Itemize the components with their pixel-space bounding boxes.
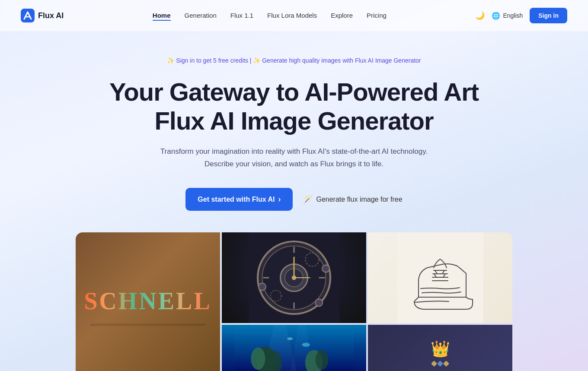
clock-svg bbox=[222, 232, 366, 323]
sketch-svg bbox=[368, 232, 512, 323]
nav-item-lora[interactable]: Flux Lora Models bbox=[267, 12, 317, 19]
cta-primary-button[interactable]: Get started with Flux AI › bbox=[185, 188, 293, 211]
svg-point-22 bbox=[251, 348, 265, 370]
cta-secondary-button[interactable]: 🪄 Generate flux image for free bbox=[303, 195, 402, 204]
globe-icon: 🌐 bbox=[492, 12, 500, 20]
food-text-word: SCHNELL bbox=[84, 287, 212, 315]
image-food-text: SCHNELL bbox=[76, 232, 220, 371]
nav-right: 🌙 🌐 English Sign in bbox=[475, 8, 567, 23]
cta-primary-label: Get started with Flux AI bbox=[198, 196, 275, 203]
brand-name: Flux AI bbox=[38, 11, 64, 20]
logo-icon bbox=[21, 9, 35, 22]
language-button[interactable]: 🌐 English bbox=[492, 12, 523, 20]
image-clock bbox=[222, 232, 366, 323]
svg-rect-0 bbox=[21, 9, 35, 22]
svg-point-15 bbox=[315, 299, 323, 307]
image-crown: 👑 bbox=[368, 325, 512, 371]
wand-icon: 🪄 bbox=[303, 195, 313, 204]
promo-bar: ✨ Sign in to get 5 free credits | ✨ Gene… bbox=[167, 57, 421, 64]
nav-link-generation[interactable]: Generation bbox=[185, 12, 217, 19]
image-sketch bbox=[368, 232, 512, 323]
logo[interactable]: Flux AI bbox=[21, 9, 64, 22]
nav-item-generation[interactable]: Generation bbox=[185, 12, 217, 19]
signin-button[interactable]: Sign in bbox=[530, 8, 567, 23]
hero-actions: Get started with Flux AI › 🪄 Generate fl… bbox=[185, 188, 402, 211]
arrow-icon: › bbox=[278, 195, 281, 204]
hero-section: ✨ Sign in to get 5 free credits | ✨ Gene… bbox=[0, 31, 588, 371]
nav-item-home[interactable]: Home bbox=[153, 12, 171, 19]
svg-point-27 bbox=[287, 337, 293, 340]
theme-toggle-button[interactable]: 🌙 bbox=[475, 11, 485, 20]
svg-point-26 bbox=[302, 343, 310, 347]
nav-links: Home Generation Flux 1.1 Flux Lora Model… bbox=[153, 12, 387, 19]
image-grid: SCHNELL bbox=[76, 232, 512, 371]
nav-link-flux11[interactable]: Flux 1.1 bbox=[230, 12, 253, 19]
hero-title: Your Gateway to AI-Powered Art Flux AI I… bbox=[99, 78, 489, 135]
nav-item-flux11[interactable]: Flux 1.1 bbox=[230, 12, 253, 19]
moon-icon: 🌙 bbox=[475, 11, 485, 20]
image-underwater bbox=[222, 325, 366, 371]
navbar: Flux AI Home Generation Flux 1.1 Flux Lo… bbox=[0, 0, 588, 31]
nav-link-home[interactable]: Home bbox=[153, 12, 171, 21]
hero-subtitle: Transform your imagination into reality … bbox=[160, 146, 428, 171]
svg-point-14 bbox=[259, 283, 266, 291]
nav-item-pricing[interactable]: Pricing bbox=[367, 12, 387, 19]
nav-link-explore[interactable]: Explore bbox=[331, 12, 353, 19]
nav-item-explore[interactable]: Explore bbox=[331, 12, 353, 19]
cta-secondary-label: Generate flux image for free bbox=[316, 196, 402, 203]
nav-link-pricing[interactable]: Pricing bbox=[367, 12, 387, 19]
underwater-svg bbox=[222, 325, 366, 371]
nav-link-lora[interactable]: Flux Lora Models bbox=[267, 12, 317, 19]
svg-point-13 bbox=[322, 265, 329, 273]
svg-point-25 bbox=[316, 350, 329, 370]
language-label: English bbox=[503, 12, 523, 19]
crown-emoji: 👑 bbox=[431, 340, 450, 358]
